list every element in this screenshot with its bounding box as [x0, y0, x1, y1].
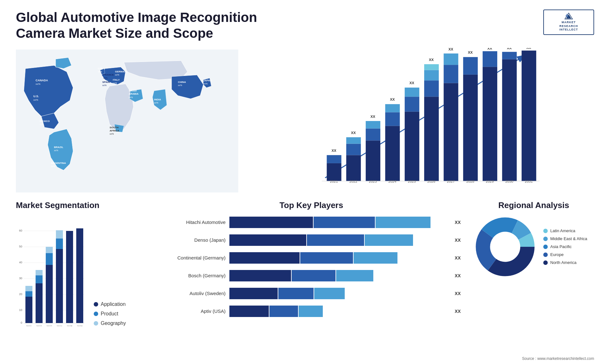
segmentation-section: Market Segmentation 60 50 40 30 20 10 0 [16, 200, 149, 347]
svg-text:SAUDI: SAUDI [129, 89, 137, 92]
svg-text:FRANCE: FRANCE [103, 73, 114, 76]
svg-text:XX: XX [526, 48, 531, 50]
header: Global Automotive Image Recognition Came… [0, 0, 610, 48]
player-row-aptiv: Aptiv (USA) XX [162, 306, 461, 317]
svg-text:2024: 2024 [388, 179, 396, 183]
label-canada: CANADA [36, 79, 48, 82]
reg-legend-north-america: North America [543, 260, 587, 265]
svg-text:2025: 2025 [408, 179, 416, 183]
svg-text:XX: XX [410, 81, 414, 85]
svg-text:40: 40 [19, 261, 22, 264]
svg-text:2031: 2031 [525, 179, 533, 183]
svg-rect-52 [385, 112, 400, 126]
svg-text:xx%: xx% [178, 84, 182, 86]
svg-rect-61 [424, 97, 439, 181]
svg-text:ITALY: ITALY [113, 78, 120, 81]
svg-rect-53 [385, 104, 400, 112]
svg-rect-58 [405, 87, 419, 97]
svg-text:XX: XX [429, 58, 434, 62]
svg-rect-109 [46, 253, 53, 265]
svg-rect-110 [46, 247, 53, 253]
segmentation-chart: 60 50 40 30 20 10 0 [16, 228, 86, 326]
svg-rect-72 [463, 75, 478, 181]
svg-text:U.K.: U.K. [98, 67, 103, 70]
svg-text:0: 0 [21, 321, 22, 324]
legend-application: Application [94, 301, 126, 307]
svg-text:XX: XX [487, 48, 492, 50]
svg-point-127 [491, 233, 519, 261]
svg-rect-80 [502, 59, 517, 181]
svg-rect-105 [36, 283, 43, 323]
svg-text:xx%: xx% [129, 96, 133, 98]
svg-text:XX: XX [507, 48, 512, 50]
logo-icon [561, 13, 577, 19]
svg-rect-108 [46, 265, 53, 323]
players-section: Top Key Players Hitachi Automotive XX De… [149, 200, 473, 347]
svg-text:20: 20 [19, 293, 22, 296]
svg-text:SPAIN: SPAIN [102, 81, 110, 84]
svg-text:xx%: xx% [36, 83, 40, 85]
legend-dot-geography [94, 321, 98, 326]
svg-text:2022: 2022 [349, 179, 357, 183]
regional-legend: Latin America Middle East & Africa Asia … [543, 228, 587, 265]
logo-text: MARKETRESEARCHINTELLECT [559, 21, 578, 32]
reg-legend-middle-east: Middle East & Africa [543, 236, 587, 241]
svg-rect-43 [346, 137, 361, 144]
segmentation-title: Market Segmentation [16, 200, 149, 210]
bottom-area: Market Segmentation 60 50 40 30 20 10 0 [0, 194, 610, 353]
chart-section: XX 2021 XX 2022 XX 2023 XX 2024 XX [238, 48, 594, 194]
svg-text:XX: XX [331, 149, 336, 152]
svg-text:xx%: xx% [102, 84, 106, 86]
svg-text:2027: 2027 [447, 179, 455, 183]
legend-product: Product [94, 311, 126, 317]
svg-rect-63 [424, 70, 439, 80]
svg-text:ARABIA: ARABIA [129, 92, 139, 95]
svg-text:BRAZIL: BRAZIL [54, 146, 63, 149]
svg-text:xx%: xx% [113, 82, 117, 84]
svg-text:XX: XX [468, 51, 473, 54]
svg-rect-102 [25, 297, 32, 323]
svg-rect-113 [56, 230, 63, 239]
svg-rect-42 [346, 144, 361, 155]
svg-rect-37 [327, 163, 341, 181]
svg-rect-64 [424, 64, 439, 70]
player-row-hitachi: Hitachi Automotive XX [162, 217, 461, 228]
logo-box: MARKETRESEARCHINTELLECT [543, 10, 594, 35]
segmentation-legend: Application Product Geography [91, 301, 126, 326]
svg-text:MEXICO: MEXICO [40, 120, 50, 123]
legend-dot-application [94, 302, 98, 307]
svg-rect-73 [463, 57, 478, 74]
svg-text:xx%: xx% [103, 77, 107, 79]
svg-text:XX: XX [390, 97, 395, 101]
svg-rect-69 [444, 53, 458, 65]
svg-rect-67 [444, 83, 458, 181]
svg-text:xx%: xx% [203, 83, 207, 85]
svg-rect-56 [405, 111, 419, 181]
svg-rect-106 [36, 275, 43, 283]
svg-text:xx%: xx% [33, 98, 38, 101]
legend-dot-product [94, 312, 98, 316]
svg-text:xx%: xx% [98, 71, 102, 73]
svg-text:2023: 2023 [46, 325, 52, 326]
player-row-denso: Denso (Japan) XX [162, 234, 461, 246]
source-text: Source : www.marketresearchintellect.com [522, 356, 594, 361]
svg-text:CHINA: CHINA [178, 81, 186, 84]
svg-text:30: 30 [19, 277, 22, 280]
player-row-autoliv: Autoliv (Sweden) XX [162, 288, 461, 299]
regional-title: Regional Analysis [473, 200, 594, 210]
svg-text:2024: 2024 [57, 325, 62, 326]
svg-rect-68 [444, 65, 458, 83]
svg-text:2025: 2025 [67, 325, 72, 326]
svg-rect-47 [366, 128, 380, 140]
svg-text:2023: 2023 [369, 179, 377, 183]
svg-text:XX: XX [448, 48, 453, 51]
svg-text:2021: 2021 [26, 325, 32, 326]
legend-geography: Geography [94, 320, 126, 326]
svg-text:AFRICA: AFRICA [110, 129, 119, 132]
svg-text:2028: 2028 [466, 179, 474, 183]
svg-text:2022: 2022 [36, 325, 42, 326]
svg-text:xx%: xx% [110, 133, 114, 135]
world-map: CANADA xx% U.S. xx% MEXICO xx% BRAZIL xx… [16, 48, 238, 194]
svg-rect-76 [483, 67, 497, 181]
reg-legend-asia-pacific: Asia Pacific [543, 244, 587, 249]
